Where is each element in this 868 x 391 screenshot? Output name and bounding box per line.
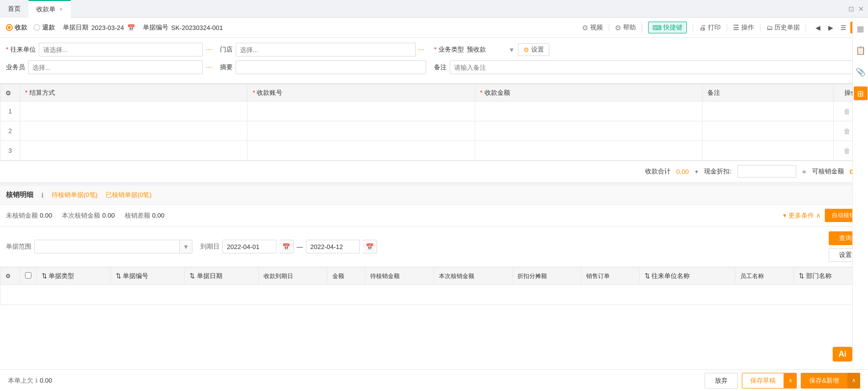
prev-view-icon[interactable]: ◀: [812, 22, 824, 33]
sidebar-expand-icon[interactable]: ⊞: [854, 86, 868, 100]
due-date-filter: 到期日 📅 — 📅: [200, 240, 436, 253]
total-value: 0.00: [677, 168, 689, 175]
doc-date-sort[interactable]: ⇅: [190, 272, 195, 279]
history-btn[interactable]: 🗂 历史单据: [766, 23, 800, 32]
staff-field: 业务员 ···: [6, 60, 212, 74]
store-input[interactable]: [236, 43, 416, 56]
done-tab-link[interactable]: 已核销单据(0笔): [106, 191, 152, 199]
radio-return[interactable]: 退款: [33, 23, 55, 32]
settlement-header: 结算方式: [20, 84, 247, 102]
main-content: 收款 退款 单据日期 2023-03-24 📅 单据编号 SK-20230324…: [0, 18, 868, 391]
range-select-input[interactable]: [34, 240, 180, 253]
settings-button[interactable]: ⚙ 设置: [518, 43, 549, 56]
pending-tab-link[interactable]: 待核销单据(0笔): [52, 191, 98, 199]
row-3-amount[interactable]: [475, 141, 702, 161]
select-all-checkbox[interactable]: [25, 272, 31, 279]
table-container: ⚙ 结算方式 收款账号 收款金额 备注 操作 1: [0, 84, 868, 161]
table-row: 1 🗑 ⧉: [0, 102, 868, 121]
save-draft-btn[interactable]: 保存草稿: [742, 373, 784, 389]
range-filter: 单据范围 ▼: [6, 240, 192, 253]
save-new-arrow-btn[interactable]: ∧: [847, 373, 860, 389]
window-close-icon[interactable]: ✕: [858, 5, 864, 13]
row-1-amount[interactable]: [475, 102, 702, 121]
summary-row: 收款合计 0.00 + 现金折扣: = 可核销金额 0.00: [0, 161, 868, 182]
info-icon[interactable]: ℹ: [41, 192, 44, 199]
operation-btn[interactable]: ☰ 操作: [733, 23, 754, 32]
row-2-remark[interactable]: [703, 121, 834, 141]
restore-icon[interactable]: ⊡: [848, 5, 854, 13]
more-conditions-btn[interactable]: ▾ 更多条件 ∧: [783, 211, 821, 220]
date-to-input[interactable]: [306, 240, 360, 253]
staff-more-icon[interactable]: ···: [206, 63, 212, 72]
row-2-account[interactable]: [247, 121, 475, 141]
sidebar-clip-icon[interactable]: 📎: [854, 65, 868, 79]
help-btn[interactable]: ⊙ 帮助: [615, 23, 636, 32]
row-1-remark[interactable]: [703, 102, 834, 121]
doc-number-header: ⇅ 单据编号: [110, 268, 185, 285]
save-new-btn[interactable]: 保存&新增: [801, 373, 847, 389]
divider6: [806, 24, 806, 31]
summary-input[interactable]: [236, 60, 426, 74]
date-from-input[interactable]: [222, 240, 276, 253]
row-3-remark[interactable]: [703, 141, 834, 161]
radio-return-dot: [33, 24, 40, 31]
discount-input[interactable]: [737, 165, 796, 178]
date-separator: —: [297, 243, 303, 251]
print-icon: 🖨: [699, 24, 706, 31]
tab-bar: 首页 收款单 × ⊡ ✕: [0, 0, 868, 18]
row-1-settlement[interactable]: [20, 102, 247, 121]
next-view-icon[interactable]: ▶: [825, 22, 837, 33]
range-select-arrow[interactable]: ▼: [180, 240, 192, 253]
row-2-settlement[interactable]: [20, 121, 247, 141]
tab-home[interactable]: 首页: [0, 0, 28, 18]
doc-number-sort[interactable]: ⇅: [116, 272, 121, 279]
row-3-settlement[interactable]: [20, 141, 247, 161]
counterpart-sort[interactable]: ⇅: [645, 272, 650, 279]
dept-sort[interactable]: ⇅: [799, 272, 804, 279]
staff-input[interactable]: [28, 60, 203, 74]
store-more-icon[interactable]: ···: [416, 45, 426, 54]
amount-header2: 金额: [327, 268, 365, 285]
row-1-delete-icon[interactable]: 🗑: [843, 108, 850, 115]
store-field: 门店 ···: [220, 43, 426, 56]
sidebar-table-icon[interactable]: ▦: [854, 22, 868, 35]
remark-label: 备注: [434, 63, 447, 72]
tab-home-label: 首页: [8, 4, 21, 13]
doc-type-sort[interactable]: ⇅: [42, 272, 47, 279]
shortcut-icon: ⌨: [652, 24, 662, 31]
date-from-calendar-icon[interactable]: 📅: [279, 240, 294, 253]
save-draft-arrow-btn[interactable]: ∧: [784, 373, 797, 389]
ai-badge[interactable]: Ai: [833, 347, 852, 362]
store-select: ···: [236, 43, 426, 56]
remark-input[interactable]: [450, 60, 862, 74]
tab-current[interactable]: 收款单 ×: [28, 0, 71, 18]
row-3-account[interactable]: [247, 141, 475, 161]
radio-receive[interactable]: 收款: [6, 23, 27, 32]
row-1-account[interactable]: [247, 102, 475, 121]
date-to-calendar-icon[interactable]: 📅: [363, 240, 377, 253]
toolbar: 收款 退款 单据日期 2023-03-24 📅 单据编号 SK-20230324…: [0, 18, 868, 38]
staff-label: 业务员: [6, 63, 25, 72]
tab-close-icon[interactable]: ×: [59, 6, 63, 13]
business-type-arrow[interactable]: ▼: [509, 46, 515, 54]
toolbar-right: ⊙ 视频 ⊙ 帮助 ⌨ 快捷键 🖨 打印 ☰ 操作: [582, 22, 862, 33]
sidebar-book-icon[interactable]: 📋: [854, 43, 868, 57]
row-2-amount[interactable]: [475, 121, 702, 141]
radio-receive-label: 收款: [15, 23, 27, 32]
list-view-icon[interactable]: ☰: [838, 22, 849, 33]
counterpart-more-icon[interactable]: ···: [206, 45, 212, 54]
shortcut-btn[interactable]: ⌨ 快捷键: [648, 22, 687, 33]
counterpart-label: 往来单位: [6, 45, 36, 54]
table-settings-header[interactable]: ⚙: [0, 84, 20, 102]
abandon-btn[interactable]: 放弃: [705, 373, 738, 389]
print-btn[interactable]: 🖨 打印: [699, 23, 721, 32]
radio-receive-dot: [6, 24, 13, 31]
calendar-icon[interactable]: 📅: [127, 24, 135, 31]
counterpart-input[interactable]: [39, 43, 203, 56]
bottom-settings-header[interactable]: ⚙: [0, 268, 20, 285]
row-3-delete-icon[interactable]: 🗑: [843, 147, 850, 155]
video-btn[interactable]: ⊙ 视频: [582, 23, 603, 32]
row-2-delete-icon[interactable]: 🗑: [843, 127, 850, 135]
date-field: 单据日期 2023-03-24 📅: [63, 23, 135, 32]
counterpart-field: 往来单位 ···: [6, 43, 212, 56]
